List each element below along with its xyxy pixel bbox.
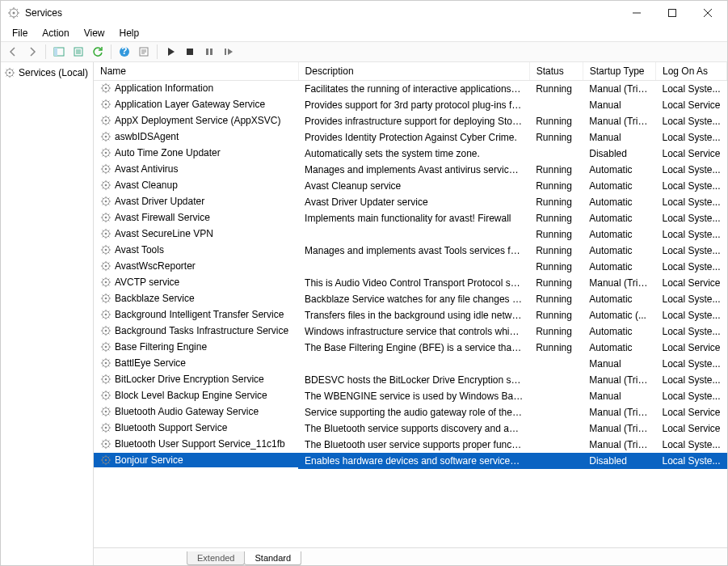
service-row[interactable]: Application InformationFacilitates the r… — [94, 81, 727, 98]
service-row[interactable]: Background Intelligent Transfer ServiceT… — [94, 307, 727, 323]
service-description — [298, 226, 529, 243]
restart-service-button[interactable] — [220, 43, 238, 61]
gear-icon — [100, 228, 112, 239]
svg-point-16 — [105, 87, 107, 90]
service-row[interactable]: Base Filtering EngineThe Base Filtering … — [94, 340, 727, 356]
menu-help[interactable]: Help — [113, 26, 146, 40]
service-name: Base Filtering Engine — [115, 340, 207, 354]
stop-service-button[interactable] — [181, 43, 199, 61]
service-status — [529, 97, 583, 113]
start-service-button[interactable] — [162, 43, 179, 61]
column-header-status[interactable]: Status — [529, 62, 583, 81]
view-tabs: Extended Standard — [94, 547, 727, 565]
refresh-button[interactable] — [89, 43, 107, 61]
svg-point-60 — [105, 443, 107, 446]
service-name-cell: Base Filtering Engine — [94, 340, 298, 354]
show-hide-tree-button[interactable] — [50, 43, 68, 61]
service-status: Running — [529, 291, 583, 307]
service-name-cell: BattlEye Service — [94, 356, 298, 370]
maximize-button[interactable] — [654, 1, 690, 25]
service-row[interactable]: AvastWscReporterRunningAutomaticLocal Sy… — [94, 259, 727, 275]
tree-item-label: Services (Local) — [19, 67, 88, 78]
service-row[interactable]: Avast ToolsManages and implements avast … — [94, 243, 727, 259]
column-header-logon[interactable]: Log On As — [655, 62, 726, 81]
svg-point-42 — [105, 298, 107, 300]
gear-icon — [100, 293, 112, 304]
service-name: Bluetooth Support Service — [115, 420, 227, 435]
tree-item-services-local[interactable]: Services (Local) — [1, 65, 93, 80]
svg-point-56 — [105, 411, 107, 413]
service-row[interactable]: Bluetooth Support ServiceThe Bluetooth s… — [94, 420, 727, 437]
gear-icon — [100, 390, 112, 401]
properties-button[interactable] — [135, 43, 153, 61]
service-status — [529, 372, 583, 388]
service-startup-type: Disabled — [583, 146, 655, 162]
service-name-cell: aswbIDSAgent — [94, 129, 298, 144]
service-row[interactable]: AppX Deployment Service (AppXSVC)Provide… — [94, 113, 727, 129]
service-row[interactable]: Avast CleanupAvast Cleanup serviceRunnin… — [94, 178, 727, 194]
service-description: Implements main functionality for avast!… — [298, 210, 529, 226]
service-status — [529, 437, 583, 453]
service-description: Service supporting the audio gateway rol… — [298, 404, 529, 420]
forward-button[interactable] — [23, 43, 41, 61]
services-grid-scroll[interactable]: Name Description Status Startup Type Log… — [94, 62, 727, 547]
menu-view[interactable]: View — [78, 26, 112, 40]
help-button[interactable]: ? — [116, 43, 133, 61]
service-status: Running — [529, 81, 583, 98]
service-status: Running — [529, 178, 583, 194]
service-row[interactable]: Avast SecureLine VPNRunningAutomaticLoca… — [94, 226, 727, 243]
tab-extended[interactable]: Extended — [187, 551, 245, 565]
service-logon-as: Local Syste... — [655, 113, 726, 129]
service-status: Running — [529, 162, 583, 178]
service-logon-as: Local Syste... — [655, 81, 726, 98]
service-logon-as: Local Syste... — [655, 307, 726, 323]
service-row[interactable]: Backblaze ServiceBackblaze Service watch… — [94, 291, 727, 307]
export-list-button[interactable] — [69, 43, 87, 61]
service-row[interactable]: Bonjour ServiceEnables hardware devices … — [94, 453, 727, 469]
services-grid: Name Description Status Startup Type Log… — [94, 62, 727, 469]
column-header-startup[interactable]: Startup Type — [583, 62, 655, 81]
service-row[interactable]: Avast AntivirusManages and implements Av… — [94, 162, 727, 178]
svg-text:?: ? — [121, 46, 127, 57]
service-row[interactable]: aswbIDSAgentProvides Identity Protection… — [94, 129, 727, 146]
service-name: Application Information — [115, 81, 213, 95]
service-description: Provides infrastructure support for depl… — [298, 113, 529, 129]
column-header-description[interactable]: Description — [298, 62, 529, 81]
tab-standard[interactable]: Standard — [244, 551, 301, 565]
service-row[interactable]: Application Layer Gateway ServiceProvide… — [94, 97, 727, 113]
svg-point-28 — [105, 184, 107, 187]
service-row[interactable]: Auto Time Zone UpdaterAutomatically sets… — [94, 146, 727, 162]
service-row[interactable]: Avast Firewall ServiceImplements main fu… — [94, 210, 727, 226]
minimize-button[interactable] — [619, 1, 654, 25]
service-status — [529, 388, 583, 404]
menu-file[interactable]: File — [6, 26, 34, 40]
column-header-name[interactable]: Name — [94, 62, 298, 81]
service-description: Enables hardware devices and software se… — [298, 453, 529, 469]
service-description — [298, 356, 529, 372]
svg-point-20 — [105, 120, 107, 122]
service-name: Background Tasks Infrastructure Service — [115, 323, 288, 338]
service-row[interactable]: BattlEye ServiceManualLocal Syste... — [94, 356, 727, 372]
service-row[interactable]: Bluetooth User Support Service_11c1fbThe… — [94, 437, 727, 453]
service-row[interactable]: Avast Driver UpdaterAvast Driver Updater… — [94, 194, 727, 210]
service-name-cell: Bluetooth Support Service — [94, 420, 298, 435]
svg-point-54 — [105, 395, 107, 397]
service-logon-as: Local Syste... — [655, 162, 726, 178]
svg-point-44 — [105, 314, 107, 316]
service-row[interactable]: Block Level Backup Engine ServiceThe WBE… — [94, 388, 727, 404]
svg-point-58 — [105, 427, 107, 429]
close-button[interactable] — [690, 1, 726, 25]
service-startup-type: Manual — [583, 129, 655, 146]
svg-point-46 — [105, 330, 107, 332]
service-name-cell: Bluetooth Audio Gateway Service — [94, 404, 298, 419]
toolbar-separator — [45, 44, 46, 59]
back-button[interactable] — [4, 43, 22, 61]
service-row[interactable]: BitLocker Drive Encryption ServiceBDESVC… — [94, 372, 727, 388]
pause-service-button[interactable] — [200, 43, 218, 61]
menu-action[interactable]: Action — [36, 26, 75, 40]
service-startup-type: Manual (Trig... — [583, 372, 655, 388]
service-row[interactable]: Bluetooth Audio Gateway ServiceService s… — [94, 404, 727, 420]
service-description: Manages and implements Avast antivirus s… — [298, 162, 529, 178]
service-row[interactable]: Background Tasks Infrastructure ServiceW… — [94, 323, 727, 340]
service-row[interactable]: AVCTP serviceThis is Audio Video Control… — [94, 275, 727, 291]
